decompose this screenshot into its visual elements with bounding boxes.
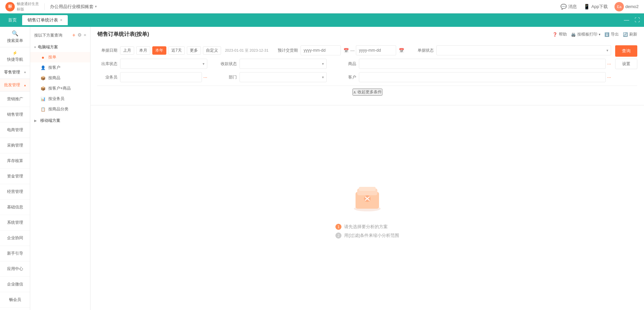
- goods-label: 商品: [336, 61, 356, 67]
- panel-add-btn[interactable]: +: [72, 32, 75, 38]
- filter-settings-btn[interactable]: 设置: [615, 59, 637, 69]
- logo-line1: 畅捷通好生意: [17, 1, 39, 6]
- scheme-item-by-customer[interactable]: 👤 按客户: [30, 62, 90, 73]
- scheme-label-by-customer-goods: 按客户+商品: [48, 86, 71, 91]
- customer-wrap: ···: [359, 72, 611, 82]
- this-month-btn[interactable]: 本月: [136, 46, 150, 55]
- hint-text-1: 请先选择要分析的方案: [344, 224, 388, 230]
- scheme-item-by-order[interactable]: ● 按单: [30, 52, 90, 62]
- top-bar-title[interactable]: 办公用品行业模拟账套 ▾: [50, 4, 97, 10]
- customer-dots-btn[interactable]: ···: [607, 74, 611, 80]
- cal-icon-2[interactable]: 📅: [399, 48, 404, 53]
- scheme-icon-by-order: ●: [40, 55, 46, 60]
- sidebar-item-member-label: 畅会员: [9, 297, 21, 303]
- scheme-label-by-order: 按单: [48, 54, 56, 60]
- sidebar-search-label: 搜索菜单: [7, 38, 23, 44]
- more-date-btn[interactable]: 更多: [187, 46, 201, 55]
- expected-date-label: 预计交货期: [278, 48, 298, 53]
- refresh-icon: 🔄: [623, 32, 628, 37]
- sidebar-quicknav[interactable]: ⚡ 快捷导航: [0, 47, 30, 66]
- scheme-label-by-goods: 按商品: [48, 75, 60, 81]
- salesperson-dots-btn[interactable]: ···: [203, 74, 207, 80]
- expected-date-to[interactable]: [356, 45, 396, 55]
- minimize-btn[interactable]: —: [623, 16, 631, 24]
- app-download-btn[interactable]: 📱 App下载: [584, 4, 608, 10]
- sidebar-item-marketing[interactable]: 营销推广: [0, 92, 30, 107]
- sidebar-item-basics[interactable]: 基础信息: [0, 200, 30, 215]
- salesperson-input[interactable]: [120, 72, 202, 82]
- tab-bar-right: — ⛶: [623, 16, 641, 24]
- sidebar-item-ecommerce[interactable]: 电商管理: [0, 122, 30, 138]
- date-range-text: 2023-01-01 至 2023-12-31: [225, 48, 269, 53]
- this-year-btn[interactable]: 本年: [152, 46, 166, 55]
- payment-status-select[interactable]: [239, 59, 327, 69]
- doc-status-select[interactable]: [436, 45, 611, 55]
- panel-settings-btn[interactable]: ⚙: [77, 32, 82, 38]
- action-buttons: 查询 设置: [615, 45, 637, 69]
- export-label: 导出: [611, 32, 619, 37]
- scheme-item-by-customer-goods[interactable]: 📦 按客户+商品: [30, 83, 90, 94]
- sidebar-search[interactable]: 🔍 搜索菜单: [0, 27, 30, 47]
- avatar-text: Ea: [617, 5, 622, 9]
- collapse-btn[interactable]: ∧ 收起更多条件: [353, 89, 382, 96]
- mobile-section-title[interactable]: ▶ 移动端方案: [30, 116, 90, 125]
- sidebar-item-enterprise-label: 企业协同: [7, 235, 23, 241]
- scheme-item-by-salesperson[interactable]: 📊 按业务员: [30, 94, 90, 104]
- sidebar-item-appcenter[interactable]: 应用中心: [0, 261, 30, 277]
- export-btn[interactable]: ⬇️ 导出: [604, 32, 619, 37]
- tab-close-icon[interactable]: ×: [60, 18, 62, 22]
- delivery-status-select[interactable]: [120, 59, 207, 69]
- tab-home-label: 首页: [8, 17, 17, 23]
- print-label: 按模板打印: [577, 32, 597, 37]
- sidebar-item-wechat[interactable]: 企业微信: [0, 277, 30, 292]
- dropdown-icon[interactable]: ▾: [95, 4, 97, 9]
- sidebar-item-finance[interactable]: 资金管理: [0, 169, 30, 184]
- query-btn[interactable]: 查询: [615, 45, 637, 57]
- retail-arrow: ▾: [24, 70, 26, 74]
- delivery-status-wrap: [120, 59, 207, 69]
- goods-dots-btn[interactable]: ···: [607, 61, 611, 66]
- sidebar-item-newuser-label: 新手引导: [7, 251, 23, 256]
- pc-section-title[interactable]: ▾ 电脑端方案: [30, 42, 90, 52]
- sidebar-item-enterprise[interactable]: 企业协同: [0, 230, 30, 246]
- date-buttons: 上月 本月 本年 近7天 更多 自定义 2023-01-01 至 2023-12…: [120, 46, 268, 55]
- mobile-section-label: 移动端方案: [40, 118, 60, 123]
- prev-month-btn[interactable]: 上月: [120, 46, 134, 55]
- sidebar-item-wholesale[interactable]: 批发管理 ▴: [0, 79, 30, 92]
- tab-home[interactable]: 首页: [3, 15, 22, 25]
- sidebar-item-operations[interactable]: 经营管理: [0, 184, 30, 200]
- goods-input[interactable]: [359, 59, 606, 69]
- print-arrow: ▾: [599, 33, 600, 36]
- date-separator: —: [350, 48, 355, 53]
- sidebar-item-inventory[interactable]: 库存核算: [0, 153, 30, 169]
- scheme-item-by-category[interactable]: 📋 按商品分类: [30, 104, 90, 114]
- sidebar-item-member[interactable]: 畅会员: [0, 292, 30, 308]
- print-icon: 🖨️: [571, 32, 576, 37]
- help-btn[interactable]: ❓ 帮助: [552, 32, 567, 37]
- goods-input-wrap: ···: [359, 59, 611, 69]
- sidebar-item-newuser[interactable]: 新手引导: [0, 246, 30, 261]
- cal-icon-1[interactable]: 📅: [343, 48, 349, 53]
- collapse-arrow-icon: ∧: [353, 90, 356, 95]
- user-area[interactable]: Ea demo2: [614, 2, 639, 11]
- sidebar-item-purchase-label: 采购管理: [7, 143, 23, 148]
- 7days-btn[interactable]: 近7天: [168, 46, 185, 55]
- dept-select[interactable]: [239, 72, 327, 82]
- expected-date-from[interactable]: [301, 45, 341, 55]
- print-btn[interactable]: 🖨️ 按模板打印 ▾: [571, 32, 600, 37]
- maximize-btn[interactable]: ⛶: [633, 16, 641, 24]
- tab-active[interactable]: 销售订单统计表 ×: [22, 15, 68, 25]
- sidebar-item-retail[interactable]: 零售管理 ▾: [0, 66, 30, 79]
- panel-collapse-btn[interactable]: «: [84, 32, 86, 38]
- app-download-icon: 📱: [584, 4, 590, 10]
- tab-active-label: 销售订单统计表: [28, 17, 58, 23]
- sidebar-item-system[interactable]: 系统管理: [0, 215, 30, 230]
- header-actions: ❓ 帮助 🖨️ 按模板打印 ▾ ⬇️ 导出 �: [552, 32, 637, 37]
- refresh-btn[interactable]: 🔄 刷新: [623, 32, 637, 37]
- message-btn[interactable]: 💬 消息: [560, 4, 577, 10]
- customer-input[interactable]: [359, 72, 606, 82]
- scheme-item-by-goods[interactable]: 📦 按商品: [30, 73, 90, 83]
- custom-date-btn[interactable]: 自定义: [203, 46, 221, 55]
- sidebar-item-sales[interactable]: 销售管理: [0, 107, 30, 122]
- sidebar-item-purchase[interactable]: 采购管理: [0, 138, 30, 153]
